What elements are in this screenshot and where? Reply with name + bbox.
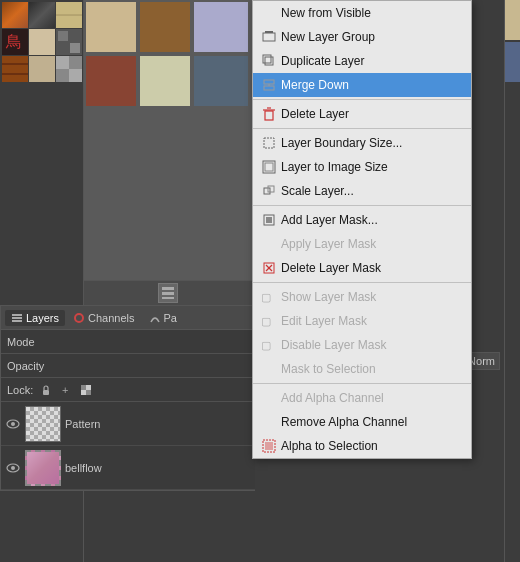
svg-rect-17: [140, 2, 190, 52]
canvas-area: [84, 0, 252, 305]
svg-point-36: [11, 422, 15, 426]
menu-edit-layer-mask[interactable]: ▢ Edit Layer Mask: [253, 309, 471, 333]
svg-rect-43: [264, 80, 274, 84]
svg-rect-34: [81, 390, 86, 395]
svg-rect-21: [194, 56, 248, 106]
menu-new-from-visible[interactable]: New from Visible: [253, 1, 471, 25]
tab-paths[interactable]: Pa: [143, 310, 183, 326]
thumb-4[interactable]: 鳥: [2, 29, 28, 55]
layer-name-pattern: Pattern: [65, 418, 251, 430]
menu-delete-layer[interactable]: Delete Layer: [253, 102, 471, 126]
svg-rect-32: [86, 390, 91, 395]
menu-add-alpha-channel[interactable]: Add Alpha Channel: [253, 386, 471, 410]
layer-visibility-pattern[interactable]: [5, 416, 21, 432]
menu-add-alpha-label: Add Alpha Channel: [281, 391, 384, 405]
thumb-7[interactable]: [2, 56, 28, 82]
merge-icon: [261, 77, 277, 93]
lock-alpha-icon[interactable]: [79, 383, 93, 397]
menu-duplicate-layer[interactable]: Duplicate Layer: [253, 49, 471, 73]
menu-layer-to-image-size[interactable]: Layer to Image Size: [253, 155, 471, 179]
alpha-selection-icon: [261, 438, 277, 454]
svg-rect-26: [12, 317, 22, 319]
thumbnail-grid: 鳥: [0, 0, 83, 84]
svg-rect-33: [86, 385, 91, 390]
toolbar-layers-icon[interactable]: [158, 283, 178, 303]
delete-icon: [261, 106, 277, 122]
svg-rect-7: [70, 43, 80, 53]
svg-rect-53: [268, 186, 274, 192]
svg-rect-60: [265, 442, 273, 450]
lock-label: Lock:: [7, 384, 33, 396]
lock-plus-icon[interactable]: +: [59, 383, 73, 397]
menu-new-layer-group[interactable]: New Layer Group: [253, 25, 471, 49]
boundary-icon: [261, 135, 277, 151]
thumb-9[interactable]: [56, 56, 82, 82]
separator-5: [253, 383, 471, 384]
menu-remove-alpha-label: Remove Alpha Channel: [281, 415, 407, 429]
thumb-8[interactable]: [29, 56, 55, 82]
menu-scale-layer[interactable]: Scale Layer...: [253, 179, 471, 203]
menu-mask-to-selection[interactable]: Mask to Selection: [253, 357, 471, 381]
layer-row-pattern[interactable]: Pattern: [1, 402, 255, 446]
svg-rect-51: [265, 163, 273, 171]
context-menu: New from Visible New Layer Group Duplica…: [252, 0, 472, 459]
layers-panel: Layers Channels Pa Mode Opacity Lock:: [0, 305, 255, 491]
delete-mask-icon: [261, 260, 277, 276]
opacity-row: Opacity: [1, 354, 255, 378]
right-strip: [504, 0, 520, 562]
right-thumb-1: [505, 0, 520, 40]
svg-rect-4: [29, 29, 55, 55]
svg-rect-42: [263, 55, 271, 63]
tab-layers[interactable]: Layers: [5, 310, 65, 326]
menu-apply-layer-mask-label: Apply Layer Mask: [281, 237, 376, 251]
menu-merge-down-label: Merge Down: [281, 78, 349, 92]
svg-rect-20: [140, 56, 190, 106]
layer-thumb-pattern: [25, 406, 61, 442]
menu-remove-alpha-channel[interactable]: Remove Alpha Channel: [253, 410, 471, 434]
menu-add-layer-mask[interactable]: Add Layer Mask...: [253, 208, 471, 232]
thumb-1[interactable]: [2, 2, 28, 28]
disable-mask-check: ▢: [261, 339, 271, 352]
edit-mask-check: ▢: [261, 315, 271, 328]
thumb-3[interactable]: [56, 2, 82, 28]
menu-disable-layer-mask[interactable]: ▢ Disable Layer Mask: [253, 333, 471, 357]
right-thumb-2: [505, 42, 520, 82]
menu-merge-down[interactable]: Merge Down: [253, 73, 471, 97]
menu-delete-layer-mask[interactable]: Delete Layer Mask: [253, 256, 471, 280]
thumb-2[interactable]: [29, 2, 55, 28]
svg-rect-24: [162, 297, 174, 299]
tab-channels[interactable]: Channels: [67, 310, 140, 326]
svg-rect-25: [12, 314, 22, 316]
menu-add-layer-mask-label: Add Layer Mask...: [281, 213, 378, 227]
bottom-toolbar: [84, 280, 252, 305]
opacity-label: Opacity: [7, 360, 249, 372]
svg-rect-11: [29, 56, 55, 82]
svg-rect-44: [264, 86, 274, 90]
svg-rect-19: [86, 56, 136, 106]
menu-show-layer-mask[interactable]: ▢ Show Layer Mask: [253, 285, 471, 309]
channels-tab-icon: [73, 312, 85, 324]
thumb-6[interactable]: [56, 29, 82, 55]
svg-text:鳥: 鳥: [5, 33, 22, 50]
lock-pixels-icon[interactable]: [39, 383, 53, 397]
layer-group-icon: [261, 29, 277, 45]
to-image-icon: [261, 159, 277, 175]
svg-point-38: [11, 466, 15, 470]
tab-layers-label: Layers: [26, 312, 59, 324]
layers-tabs: Layers Channels Pa: [1, 306, 255, 330]
layer-visibility-bellflow[interactable]: [5, 460, 21, 476]
svg-rect-31: [81, 385, 86, 390]
svg-rect-16: [86, 2, 136, 52]
menu-apply-layer-mask[interactable]: Apply Layer Mask: [253, 232, 471, 256]
menu-duplicate-layer-label: Duplicate Layer: [281, 54, 364, 68]
svg-rect-55: [266, 217, 272, 223]
mode-label: Mode: [7, 336, 249, 348]
thumb-5[interactable]: [29, 29, 55, 55]
show-mask-check: ▢: [261, 291, 271, 304]
menu-edit-layer-mask-label: Edit Layer Mask: [281, 314, 367, 328]
layer-row-bellflow[interactable]: bellflow: [1, 446, 255, 490]
layers-tab-icon: [11, 312, 23, 324]
menu-alpha-to-selection[interactable]: Alpha to Selection: [253, 434, 471, 458]
svg-rect-8: [2, 56, 28, 82]
menu-layer-boundary-size[interactable]: Layer Boundary Size...: [253, 131, 471, 155]
